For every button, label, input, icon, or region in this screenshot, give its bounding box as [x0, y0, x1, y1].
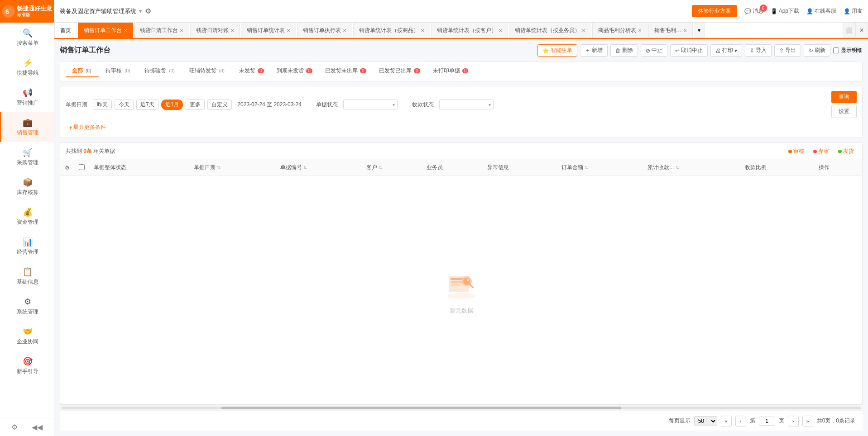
horizontal-scrollbar[interactable] — [62, 407, 861, 409]
sort-number-icon[interactable]: ⇅ — [303, 165, 307, 170]
tab-staff-stats[interactable]: 销货单统计表（按业务员） ✕ — [509, 23, 591, 38]
th-cumulative[interactable]: 累计收款... ⇅ — [643, 160, 740, 175]
tab-sales-gross[interactable]: 销售毛利… ✕ — [648, 23, 693, 38]
tab-goods-stats[interactable]: 销货单统计表（按商品） ✕ — [353, 23, 430, 38]
tab-customer-stats[interactable]: 销货单统计表（按客户） ✕ — [431, 23, 508, 38]
online-service-item[interactable]: 👤 在线客服 — [806, 7, 836, 15]
payment-select[interactable] — [439, 100, 494, 109]
import-btn[interactable]: ⇩ 导入 — [745, 44, 772, 57]
sub-tab-pending-check[interactable]: 待拣验货(0) — [138, 65, 182, 77]
user-item[interactable]: 👤 用友 — [844, 7, 863, 15]
tab-sales-gross-close[interactable]: ✕ — [683, 28, 687, 33]
sort-date-icon[interactable]: ⇅ — [217, 165, 221, 170]
sidebar-item-system[interactable]: ⚙ 系统管理 — [0, 291, 54, 321]
message-item[interactable]: 💬 消息 6 — [744, 7, 763, 15]
sidebar-item-guide[interactable]: 🎯 新手引导 — [0, 351, 54, 381]
tab-customer-stats-close[interactable]: ✕ — [499, 28, 502, 33]
tab-daily-clear-close[interactable]: ✕ — [180, 28, 183, 33]
select-all-checkbox[interactable] — [79, 164, 85, 170]
sidebar-item-search[interactable]: 🔍 搜索菜单 — [0, 23, 54, 52]
sidebar-item-inventory[interactable]: 📦 库存核算 — [0, 172, 54, 202]
tab-reconcile-close[interactable]: ✕ — [230, 28, 234, 33]
tab-more-btn[interactable]: ▾ — [694, 23, 705, 38]
show-detail-checkbox[interactable]: 显示明细 — [833, 47, 863, 54]
tab-goods-stats-close[interactable]: ✕ — [421, 28, 424, 33]
th-amount[interactable]: 订单金额 ⇅ — [557, 160, 643, 175]
sub-tab-shipped-unout[interactable]: 已发货未出库 0 — [319, 65, 373, 77]
sidebar-item-marketing[interactable]: 📢 营销推广 — [0, 82, 54, 112]
sub-tab-all[interactable]: 全部(0) — [66, 65, 99, 77]
tab-win-restore[interactable]: ⬜ — [843, 23, 855, 38]
tab-order-exec-close[interactable]: ✕ — [343, 28, 346, 33]
sidebar-item-basicinfo[interactable]: 📋 基础信息 — [0, 261, 54, 291]
sub-tab-unprinted[interactable]: 未打印单据 0 — [427, 65, 475, 77]
sub-tab-pending-review[interactable]: 待审核(0) — [99, 65, 138, 77]
th-settings[interactable]: ⚙ — [60, 160, 74, 175]
refresh-btn[interactable]: ↻ 刷新 — [804, 44, 830, 57]
cancel-suspend-btn[interactable]: ↩ 取消中止 — [670, 44, 708, 57]
tab-sales-order-close[interactable]: ✕ — [124, 28, 127, 33]
th-checkbox[interactable] — [74, 160, 89, 175]
sort-amount-icon[interactable]: ⇅ — [585, 165, 588, 170]
expand-btn[interactable]: ▾ 展开更多条件 — [66, 122, 857, 133]
date-btn-1month[interactable]: 近1月 — [161, 100, 183, 110]
system-dropdown-icon[interactable]: ▾ — [139, 8, 142, 14]
tab-sales-order[interactable]: 销售订单工作台 ✕ — [78, 23, 133, 38]
page-size-select[interactable]: 20 50 100 200 — [694, 416, 717, 426]
tab-order-stats[interactable]: 销售订单统计表 ✕ — [241, 23, 296, 38]
sidebar-item-purchase[interactable]: 🛒 采购管理 — [0, 142, 54, 172]
deliver-btn[interactable]: 发货 — [835, 147, 857, 156]
sidebar-item-sales[interactable]: 💼 销售管理 — [0, 112, 54, 142]
abandon-review-btn[interactable]: 弃审 — [810, 147, 832, 156]
tab-daily-clear[interactable]: 钱货日清工作台 ✕ — [134, 23, 189, 38]
prev-page-btn[interactable]: ‹ — [735, 416, 746, 427]
print-btn[interactable]: 🖨 打印 ▾ — [710, 44, 742, 57]
smart-create-btn[interactable]: ⭐ 智能生单 — [537, 44, 577, 57]
scrollbar-thumb[interactable] — [221, 407, 621, 409]
review-btn[interactable]: 审核 — [786, 147, 807, 156]
topbar-gear-icon[interactable]: ⚙ — [145, 7, 151, 15]
show-detail-input[interactable] — [833, 47, 839, 53]
th-date[interactable]: 单据日期 ⇅ — [189, 160, 276, 175]
sub-tab-unshipped[interactable]: 未发货 0 — [233, 65, 270, 77]
last-page-btn[interactable]: » — [802, 416, 813, 427]
tab-order-stats-close[interactable]: ✕ — [287, 28, 290, 33]
sub-tab-overdue-unshipped[interactable]: 到期未发货 0 — [270, 65, 319, 77]
tab-order-exec[interactable]: 销售订单执行表 ✕ — [297, 23, 352, 38]
delete-btn[interactable]: 🗑 删除 — [610, 44, 638, 57]
add-btn[interactable]: ＋ 新增 — [580, 44, 608, 57]
trial-btn[interactable]: 体验行业方案 — [692, 5, 737, 17]
date-btn-more[interactable]: 更多 — [186, 100, 205, 110]
tab-reconcile[interactable]: 钱货日清对账 ✕ — [190, 23, 240, 38]
suspend-btn[interactable]: ⊘ 中止 — [641, 44, 667, 57]
th-customer[interactable]: 客户 ⇅ — [362, 160, 422, 175]
sidebar-item-finance[interactable]: 💰 资金管理 — [0, 202, 54, 232]
date-btn-7days[interactable]: 近7天 — [136, 100, 158, 110]
sidebar-item-collab[interactable]: 🤝 企业协同 — [0, 321, 54, 351]
date-btn-custom[interactable]: 自定义 — [207, 100, 232, 110]
tab-win-close[interactable]: ✕ — [855, 23, 868, 38]
page-input[interactable] — [759, 417, 775, 426]
date-btn-yesterday[interactable]: 昨天 — [93, 100, 112, 110]
query-btn[interactable]: 查询 — [831, 91, 857, 103]
next-page-btn[interactable]: › — [788, 416, 799, 427]
first-page-btn[interactable]: « — [721, 416, 732, 427]
sort-cumulative-icon[interactable]: ⇅ — [676, 165, 679, 170]
sidebar-item-quicknav[interactable]: ⚡ 快捷导航 — [0, 52, 54, 82]
date-btn-today[interactable]: 今天 — [115, 100, 134, 110]
collapse-icon[interactable]: ◀◀ — [32, 423, 43, 431]
sort-customer-icon[interactable]: ⇅ — [379, 165, 382, 170]
status-select[interactable] — [343, 100, 398, 109]
tab-gross-analysis-close[interactable]: ✕ — [638, 28, 642, 33]
settings-footer-icon[interactable]: ⚙ — [11, 423, 18, 431]
tab-staff-stats-close[interactable]: ✕ — [582, 28, 585, 33]
tab-gross-analysis[interactable]: 商品毛利分析表 ✕ — [592, 23, 647, 38]
tab-home[interactable]: 首页 — [54, 23, 77, 38]
th-number[interactable]: 单据编号 ⇅ — [276, 160, 362, 175]
setting-btn[interactable]: 设置 — [831, 105, 857, 118]
sub-tab-shipped-out[interactable]: 已发货已出库 0 — [373, 65, 427, 77]
sub-tab-wangpu-delivery[interactable]: 旺铺待发货(0) — [183, 65, 233, 77]
sidebar-item-management[interactable]: 📊 经营管理 — [0, 232, 54, 261]
export-btn[interactable]: ⇧ 导出 — [774, 44, 801, 57]
app-download-item[interactable]: 📱 App下载 — [771, 7, 799, 15]
